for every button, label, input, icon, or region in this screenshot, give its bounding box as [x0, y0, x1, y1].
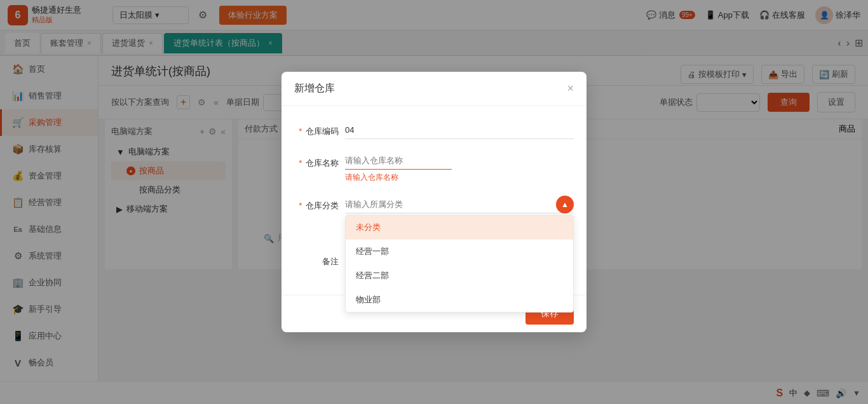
code-form-row: * 仓库编码	[294, 121, 574, 139]
category-arrow-btn[interactable]: ▲	[556, 196, 574, 213]
category-form-row: * 仓库分类 ▲ 未分类 经营一部 经营二部 物业部	[294, 196, 574, 213]
name-error-message: 请输入仓库名称	[345, 172, 398, 183]
name-label: * 仓库名称	[294, 153, 345, 169]
add-warehouse-modal: 新增仓库 × * 仓库编码 * 仓库名称	[281, 72, 587, 332]
name-label-text: 仓库名称	[306, 158, 339, 168]
code-label: * 仓库编码	[294, 121, 345, 137]
modal-body: * 仓库编码 * 仓库名称 请输入仓库名称 *	[281, 106, 587, 295]
dropdown-option-uncategorized[interactable]: 未分类	[346, 215, 573, 239]
warehouse-code-input[interactable]	[345, 121, 574, 139]
category-label-text: 仓库分类	[306, 201, 339, 210]
dropdown-option-dept1[interactable]: 经营一部	[346, 239, 573, 264]
category-select-wrap: ▲	[345, 196, 574, 213]
code-required-star: *	[299, 126, 302, 136]
notes-label: 备注	[294, 252, 345, 267]
category-select-input[interactable]	[345, 196, 574, 213]
category-required-star: *	[299, 201, 302, 210]
category-label: * 仓库分类	[294, 196, 345, 212]
code-label-text: 仓库编码	[306, 126, 339, 136]
modal-close-button[interactable]: ×	[567, 82, 574, 95]
modal-overlay: 新增仓库 × * 仓库编码 * 仓库名称	[0, 0, 868, 404]
name-required-star: *	[299, 158, 302, 168]
arrow-up-icon: ▲	[561, 200, 569, 209]
warehouse-name-input[interactable]	[345, 152, 452, 170]
modal-header: 新增仓库 ×	[281, 72, 587, 106]
category-dropdown: 未分类 经营一部 经营二部 物业部	[345, 215, 574, 313]
dropdown-option-property[interactable]: 物业部	[346, 288, 573, 312]
name-form-row: * 仓库名称 请输入仓库名称	[294, 152, 574, 183]
dropdown-option-dept2[interactable]: 经营二部	[346, 264, 573, 288]
modal-title: 新增仓库	[294, 82, 335, 95]
notes-label-text: 备注	[322, 257, 339, 266]
